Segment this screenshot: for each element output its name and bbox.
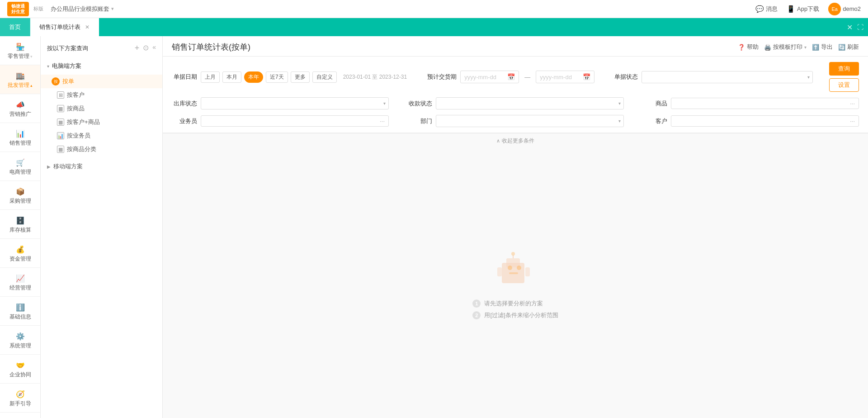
sidebar-item-basic[interactable]: ℹ️ 基础信息 (0, 297, 40, 326)
empty-state: 1 请先选择要分析的方案 2 用[过滤]条件来缩小分析范围 (163, 148, 868, 418)
delivery-select[interactable] (201, 97, 389, 109)
sidebar-item-inventory[interactable]: 🗄️ 库存核算 (0, 210, 40, 239)
filter-goods-item: 商品 ··· (642, 98, 859, 109)
status-select[interactable] (642, 71, 813, 83)
solution-item-by-order[interactable]: 按 按单 (41, 75, 162, 88)
operations-label: 经营管理 (9, 284, 31, 292)
filter-rows: 单据日期 上月 本月 本年 近7天 更多 自定义 2023-01-01 至 20… (172, 62, 859, 127)
salesman-more-icon[interactable]: ··· (380, 118, 385, 124)
tab-home-label: 首页 (9, 23, 21, 31)
dept-label: 部门 (407, 117, 432, 125)
refresh-btn[interactable]: 🔄 刷新 (838, 43, 859, 51)
date-btn-7days[interactable]: 近7天 (266, 71, 288, 83)
empty-tip-1: 1 请先选择要分析的方案 (472, 299, 558, 308)
filter-block-main: 单据日期 上月 本月 本年 近7天 更多 自定义 2023-01-01 至 20… (163, 57, 868, 133)
help-icon: ❓ (738, 44, 745, 51)
tab-expand-icon[interactable]: ⛶ (857, 24, 863, 31)
mobile-section[interactable]: ▶ 移动端方案 (41, 160, 162, 173)
by-goods-icon: ▦ (57, 105, 64, 112)
goods-more-icon[interactable]: ··· (850, 100, 855, 107)
tab-sales-stat[interactable]: 销售订单统计表 ✕ (30, 18, 99, 36)
sidebar-item-purchase[interactable]: 📦 采购管理 (0, 181, 40, 210)
inventory-label: 库存核算 (9, 226, 31, 234)
date-to-placeholder: yyyy-mm-dd (540, 74, 572, 81)
salesman-input[interactable] (205, 118, 380, 124)
sidebar-item-guide[interactable]: 🧭 新手引导 (0, 384, 40, 413)
payment-select[interactable] (436, 97, 624, 109)
sidebar-item-enterprise[interactable]: 🤝 企业协同 (0, 355, 40, 384)
message-btn[interactable]: 💬 消息 (755, 5, 778, 13)
tab-sales-stat-label: 销售订单统计表 (39, 23, 80, 31)
solution-group-pc-title[interactable]: ▾ 电脑端方案 (47, 60, 156, 72)
sidebar-item-finance[interactable]: 💰 资金管理 (0, 239, 40, 268)
collapse-panel-icon[interactable]: « (152, 43, 156, 53)
user-btn[interactable]: Ea demo2 (828, 3, 861, 15)
export-icon: ⬆️ (812, 44, 819, 51)
guide-label: 新手引导 (9, 400, 31, 408)
sidebar-item-retail[interactable]: 🏪 零售管理 ▾ (0, 36, 40, 65)
dept-select[interactable] (436, 115, 624, 127)
query-button[interactable]: 查询 (829, 62, 859, 76)
mobile-section-label: 移动端方案 (53, 162, 83, 171)
mobile-arrow-icon: ▶ (47, 164, 51, 169)
date-to-input[interactable]: yyyy-mm-dd 📅 (536, 71, 594, 83)
svg-rect-5 (497, 267, 502, 276)
customer-input[interactable] (675, 118, 850, 124)
date-btn-more[interactable]: 更多 (291, 71, 310, 83)
date-to-wrap: yyyy-mm-dd 📅 (536, 71, 594, 83)
sidebar: 🏪 零售管理 ▾ 🏬 批发管理 ▴ 📣 营销推广 📊 销售管理 🛒 电商管理 📦 (0, 36, 41, 418)
template-print-btn[interactable]: 🖨️ 按模板打印 ▾ (764, 43, 807, 51)
add-solution-icon[interactable]: + (135, 43, 140, 53)
sidebar-item-marketing[interactable]: 📣 营销推广 (0, 94, 40, 123)
tab-minimize-icon[interactable]: ✕ (847, 23, 853, 32)
tab-close-icon[interactable]: ✕ (85, 24, 90, 30)
salesman-input-wrap: ··· (201, 115, 389, 127)
dropdown-title: 办公用品行业模拟账套 (51, 5, 109, 13)
tip-text-1: 请先选择要分析的方案 (484, 299, 543, 308)
tip-num-2: 2 (472, 311, 481, 319)
marketing-icon: 📣 (16, 100, 25, 109)
date-btn-custom[interactable]: 自定义 (312, 71, 337, 83)
date-btn-this-month[interactable]: 本月 (222, 71, 241, 83)
goods-input[interactable] (675, 100, 850, 107)
dropdown-arrow-icon[interactable]: ▾ (111, 6, 114, 12)
system-icon: ⚙️ (16, 332, 25, 341)
sidebar-item-wholesale[interactable]: 🏬 批发管理 ▴ (0, 65, 40, 94)
settings-solution-icon[interactable]: ⊙ (143, 43, 149, 53)
operations-icon: 📈 (16, 274, 25, 283)
dept-select-wrap: ▾ (436, 115, 624, 127)
delivery-label: 出库状态 (172, 100, 197, 108)
filter-salesman-item: 业务员 ··· (172, 115, 389, 127)
tab-home[interactable]: 首页 (0, 18, 30, 36)
message-label: 消息 (766, 5, 778, 13)
settings-button[interactable]: 设置 (829, 78, 859, 92)
sidebar-item-operations[interactable]: 📈 经营管理 (0, 268, 40, 297)
solution-item-by-customer[interactable]: ⊞ 按客户 (41, 88, 162, 102)
svg-rect-6 (525, 267, 530, 276)
date-btn-last-month[interactable]: 上月 (201, 71, 220, 83)
collapse-bar[interactable]: ∧ 收起更多条件 (163, 133, 868, 148)
filter-dept-item: 部门 ▾ (407, 115, 624, 127)
sidebar-item-system[interactable]: ⚙️ 系统管理 (0, 326, 40, 355)
empty-illustration (493, 247, 538, 292)
solution-item-by-category[interactable]: ▦ 按商品分类 (41, 142, 162, 156)
customer-more-icon[interactable]: ··· (850, 118, 855, 124)
app-title-dropdown[interactable]: 办公用品行业模拟账套 ▾ (47, 5, 114, 13)
sidebar-item-sales[interactable]: 📊 销售管理 (0, 123, 40, 152)
export-btn[interactable]: ⬆️ 导出 (812, 43, 833, 51)
customer-label: 客户 (642, 117, 667, 125)
sidebar-item-ecommerce[interactable]: 🛒 电商管理 (0, 152, 40, 181)
solution-item-by-customer-goods[interactable]: ▦ 按客户+商品 (41, 115, 162, 129)
left-panel-title: 按以下方案查询 (47, 44, 88, 52)
sidebar-item-appstore[interactable]: 🔲 应用中心 (0, 413, 40, 418)
date-from-wrap: yyyy-mm-dd 📅 (460, 71, 519, 83)
date-btn-this-year[interactable]: 本年 (244, 71, 263, 83)
download-btn[interactable]: 📱 App下载 (787, 5, 819, 13)
solution-item-by-salesman[interactable]: 📊 按业务员 (41, 129, 162, 142)
salesman-label: 业务员 (172, 117, 197, 125)
pc-group-arrow: ▾ (47, 64, 49, 69)
help-btn[interactable]: ❓ 帮助 (738, 43, 759, 51)
date-from-input[interactable]: yyyy-mm-dd 📅 (460, 71, 519, 83)
solution-item-by-goods[interactable]: ▦ 按商品 (41, 102, 162, 115)
payment-select-wrap: ▾ (436, 97, 624, 109)
